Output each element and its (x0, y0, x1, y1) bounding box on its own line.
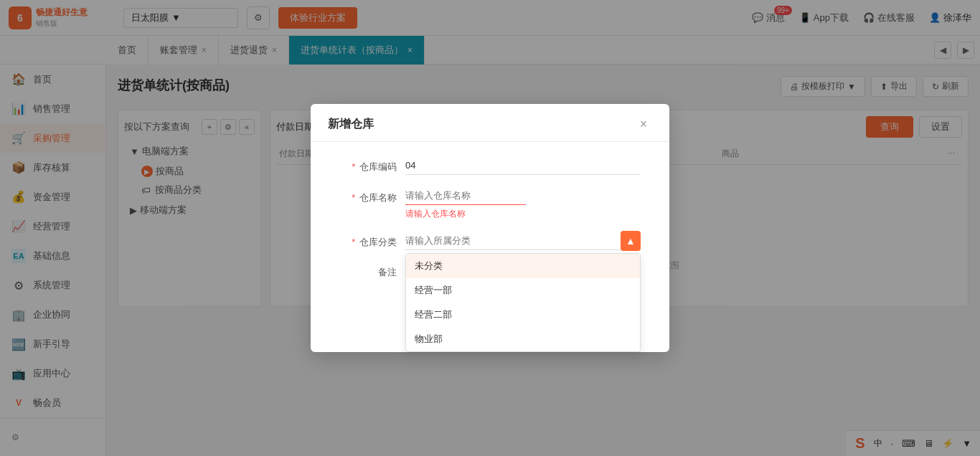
note-label: 备注 (339, 262, 397, 279)
modal-title: 新增仓库 (328, 117, 374, 132)
modal-close-btn[interactable]: × (635, 115, 652, 133)
code-label: * 仓库编码 (339, 156, 397, 174)
category-arrow-btn[interactable]: ▲ (621, 231, 641, 251)
category-dropdown: 未分类 经营一部 经营二部 物业部 (405, 253, 641, 352)
category-input[interactable] (405, 232, 641, 250)
category-select-wrapper: ▲ 未分类 经营一部 经营二部 物业部 (405, 232, 641, 250)
form-row-category: * 仓库分类 ▲ 未分类 经营一部 经营二部 物业部 (339, 232, 641, 250)
modal-overlay[interactable]: 新增仓库 × * 仓库编码 * 仓库名称 (0, 0, 980, 456)
form-row-code: * 仓库编码 (339, 156, 641, 175)
dropdown-item-2[interactable]: 经营二部 (406, 303, 640, 327)
name-input[interactable] (405, 186, 526, 205)
modal-header: 新增仓库 × (311, 104, 669, 142)
code-input[interactable] (405, 156, 641, 175)
form-row-name: * 仓库名称 请输入仓库名称 (339, 186, 641, 220)
category-label: * 仓库分类 (339, 232, 397, 249)
new-warehouse-modal: 新增仓库 × * 仓库编码 * 仓库名称 (311, 104, 669, 352)
modal-body: * 仓库编码 * 仓库名称 请输入仓库名称 (311, 142, 669, 313)
name-error-msg: 请输入仓库名称 (405, 208, 466, 220)
dropdown-item-3[interactable]: 物业部 (406, 327, 640, 351)
dropdown-item-1[interactable]: 经营一部 (406, 278, 640, 303)
name-label: * 仓库名称 (339, 187, 397, 204)
dropdown-item-0[interactable]: 未分类 (406, 254, 640, 278)
